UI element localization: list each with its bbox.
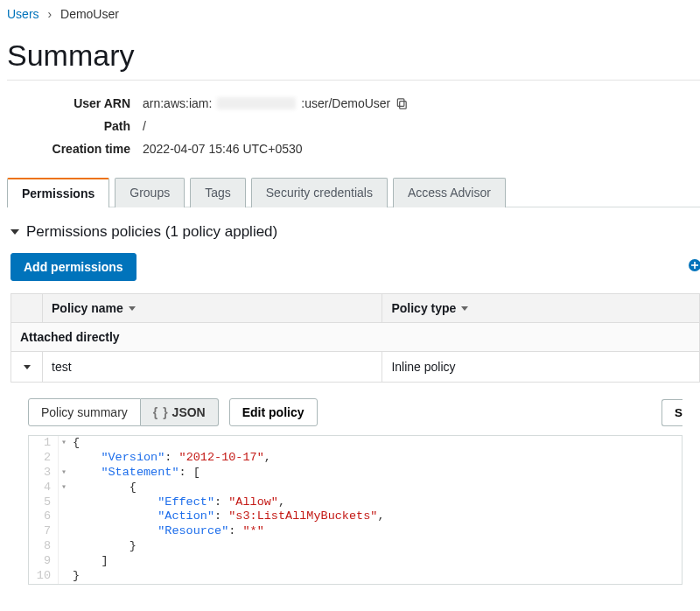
creation-time-label: Creation time	[7, 142, 143, 156]
fold-icon[interactable]: ▾	[59, 466, 69, 481]
fold-icon[interactable]: ▾	[59, 436, 69, 451]
line-number: 3	[29, 466, 59, 481]
policy-name-header-label: Policy name	[52, 301, 123, 315]
tab-tags[interactable]: Tags	[190, 178, 246, 207]
code-content: {	[69, 481, 136, 495]
user-arn-label: User ARN	[7, 96, 143, 110]
line-number: 6	[29, 509, 59, 524]
line-number: 8	[29, 539, 59, 554]
code-content: "Resource": "*"	[69, 524, 264, 539]
fold-icon[interactable]: ▾	[59, 481, 69, 495]
sort-icon	[129, 306, 136, 311]
svg-rect-0	[400, 101, 407, 108]
arn-suffix: :user/DemoUser	[301, 96, 390, 110]
expand-column-header	[11, 294, 43, 323]
code-content: ]	[69, 554, 108, 569]
edit-policy-button[interactable]: Edit policy	[229, 398, 318, 426]
fold-icon	[59, 495, 69, 510]
copy-icon[interactable]	[396, 97, 409, 110]
policy-group-attached-directly: Attached directly	[11, 323, 700, 352]
policy-type-header-label: Policy type	[391, 301, 456, 315]
line-number: 9	[29, 554, 59, 569]
line-number: 5	[29, 495, 59, 510]
line-number: 2	[29, 451, 59, 466]
path-label: Path	[7, 119, 143, 133]
arn-prefix: arn:aws:iam:	[143, 96, 212, 110]
line-number: 4	[29, 481, 59, 495]
policy-type-cell: Inline policy	[382, 352, 700, 383]
policy-detail-panel: Policy summary { }JSON Edit policy S 1▾{…	[28, 398, 682, 585]
divider	[7, 80, 700, 81]
tab-access-advisor[interactable]: Access Advisor	[393, 178, 506, 207]
policy-name-cell[interactable]: test	[43, 352, 382, 383]
json-view-button[interactable]: { }JSON	[141, 398, 219, 426]
chevron-right-icon: ›	[47, 7, 52, 21]
fold-icon	[59, 451, 69, 466]
page-title: Summary	[7, 39, 700, 73]
breadcrumb-root-link[interactable]: Users	[7, 7, 39, 21]
tab-security-credentials[interactable]: Security credentials	[251, 178, 388, 207]
truncated-button[interactable]: S	[662, 399, 682, 426]
line-number: 10	[29, 569, 59, 584]
tab-bar: Permissions Groups Tags Security credent…	[7, 177, 700, 207]
code-content: }	[69, 539, 136, 554]
svg-rect-1	[398, 98, 405, 105]
line-number: 7	[29, 524, 59, 539]
policy-name-header[interactable]: Policy name	[43, 294, 382, 323]
sort-icon	[461, 306, 468, 311]
json-view-label: JSON	[172, 405, 206, 419]
redacted-account-id	[217, 97, 296, 109]
add-inline-policy-icon[interactable]	[688, 258, 700, 277]
table-row: test Inline policy	[11, 352, 700, 383]
path-value: /	[143, 119, 146, 133]
code-content: {	[69, 436, 80, 451]
code-content: "Effect": "Allow",	[69, 495, 285, 510]
user-arn-value: arn:aws:iam::user/DemoUser	[143, 96, 409, 110]
code-content: "Statement": [	[69, 466, 200, 481]
tab-groups[interactable]: Groups	[115, 178, 185, 207]
view-toggle: Policy summary { }JSON	[28, 398, 219, 426]
code-content: }	[69, 569, 80, 584]
add-permissions-button[interactable]: Add permissions	[10, 253, 136, 281]
braces-icon: { }	[153, 405, 169, 419]
fold-icon	[59, 554, 69, 569]
fold-icon	[59, 539, 69, 554]
code-content: "Action": "s3:ListAllMyBuckets",	[69, 509, 384, 524]
fold-icon	[59, 569, 69, 584]
permissions-panel: Permissions policies (1 policy applied) …	[7, 207, 700, 585]
section-title: Permissions policies (1 policy applied)	[26, 223, 277, 241]
code-content: "Version": "2012-10-17",	[69, 451, 271, 466]
expand-row-icon[interactable]	[24, 365, 31, 369]
policies-table: Policy name Policy type Attached directl…	[10, 293, 700, 383]
fold-icon	[59, 509, 69, 524]
json-editor[interactable]: 1▾{2 "Version": "2012-10-17",3▾ "Stateme…	[28, 435, 682, 585]
breadcrumb: Users › DemoUser	[7, 7, 700, 26]
policy-type-header[interactable]: Policy type	[382, 294, 700, 323]
fold-icon	[59, 524, 69, 539]
collapse-icon[interactable]	[10, 229, 19, 235]
breadcrumb-current: DemoUser	[60, 7, 119, 21]
creation-time-value: 2022-04-07 15:46 UTC+0530	[143, 142, 303, 156]
policy-summary-button[interactable]: Policy summary	[28, 398, 141, 426]
line-number: 1	[29, 436, 59, 451]
tab-permissions[interactable]: Permissions	[7, 178, 109, 207]
svg-rect-4	[691, 264, 698, 266]
